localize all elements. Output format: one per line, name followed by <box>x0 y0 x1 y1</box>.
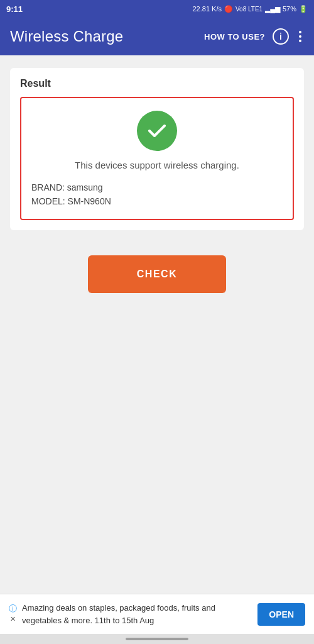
battery-icon: 🔋 <box>299 5 308 13</box>
result-box: This devices support wireless charging. … <box>20 97 294 220</box>
data-speed: 22.81 K/s <box>193 5 222 13</box>
signal-bars-icon: ▂▄▆ <box>265 5 280 13</box>
signal-icon: 🔴 <box>224 5 233 13</box>
network-icon: Vo8 LTE1 <box>236 6 263 13</box>
app-title: Wireless Charge <box>10 28 123 45</box>
ad-text: Amazing deals on staples, packaged foods… <box>22 602 251 626</box>
home-indicator <box>0 634 314 644</box>
result-card: Result This devices support wireless cha… <box>10 68 304 230</box>
ad-info-symbol: ⓘ <box>9 603 17 614</box>
status-icons: 22.81 K/s 🔴 Vo8 LTE1 ▂▄▆ 57% 🔋 <box>193 5 308 13</box>
info-button[interactable]: i <box>273 28 289 45</box>
checkmark-svg <box>146 119 168 142</box>
how-to-use-button[interactable]: HOW TO USE? <box>204 32 265 42</box>
status-bar: 9:11 22.81 K/s 🔴 Vo8 LTE1 ▂▄▆ 57% 🔋 <box>0 0 314 18</box>
status-time: 9:11 <box>6 4 23 14</box>
result-section-label: Result <box>20 78 294 89</box>
ad-left: ⓘ ✕ Amazing deals on staples, packaged f… <box>9 602 251 626</box>
ad-banner: ⓘ ✕ Amazing deals on staples, packaged f… <box>0 594 314 634</box>
check-button-container: CHECK <box>10 255 304 293</box>
device-brand: BRAND: samsung <box>31 180 283 194</box>
check-button[interactable]: CHECK <box>88 255 226 293</box>
menu-dot-3 <box>299 40 301 42</box>
menu-button[interactable] <box>296 28 304 45</box>
app-bar-actions: HOW TO USE? i <box>204 28 304 45</box>
success-icon <box>137 111 177 151</box>
home-bar <box>126 638 188 640</box>
menu-dot-1 <box>299 31 301 33</box>
result-message: This devices support wireless charging. <box>75 160 239 170</box>
device-info: BRAND: samsung MODEL: SM-N960N <box>31 180 283 209</box>
menu-dot-2 <box>299 35 301 38</box>
device-model: MODEL: SM-N960N <box>31 194 283 208</box>
ad-info-icon[interactable]: ⓘ ✕ <box>9 603 17 625</box>
main-content: Result This devices support wireless cha… <box>0 55 314 594</box>
app-bar: Wireless Charge HOW TO USE? i <box>0 18 314 55</box>
info-icon: i <box>279 31 282 42</box>
ad-open-button[interactable]: OPEN <box>257 603 305 626</box>
ad-close-symbol[interactable]: ✕ <box>10 614 16 624</box>
battery-level: 57% <box>283 5 296 13</box>
